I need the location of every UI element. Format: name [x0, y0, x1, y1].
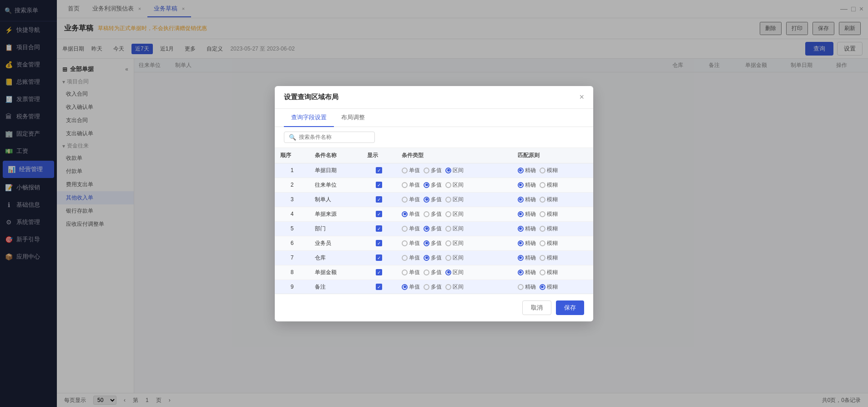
radio-match-fuzzy[interactable]: 模糊 — [540, 181, 558, 189]
cell-match: 精确模糊 — [512, 280, 593, 294]
cell-display[interactable] — [362, 192, 396, 207]
radio-match-exact[interactable]: 精确 — [518, 239, 536, 247]
radio-dot-range — [445, 270, 451, 275]
display-checkbox[interactable] — [376, 167, 382, 173]
cell-condition-type: 单值多值区间 — [396, 192, 512, 207]
radio-dot-single — [402, 211, 408, 217]
dialog-search-area: 🔍 — [275, 127, 593, 148]
radio-range[interactable]: 区间 — [445, 181, 464, 189]
radio-range[interactable]: 区间 — [445, 239, 464, 247]
display-checkbox[interactable] — [376, 182, 382, 188]
config-table-scroll: 顺序 条件名称 显示 条件类型 匹配原则 1单据日期单值多值区间精确模糊2往来单… — [275, 148, 593, 294]
radio-single[interactable]: 单值 — [402, 196, 420, 204]
radio-match-exact[interactable]: 精确 — [518, 254, 536, 262]
radio-multi[interactable]: 多值 — [424, 167, 442, 174]
radio-dot-multi — [424, 168, 429, 173]
dialog-close-button[interactable]: × — [579, 92, 584, 102]
table-row: 8单据金额单值多值区间精确模糊 — [275, 265, 593, 280]
tab-field-settings[interactable]: 查询字段设置 — [284, 109, 334, 127]
radio-match-exact[interactable]: 精确 — [518, 181, 536, 189]
radio-range[interactable]: 区间 — [445, 283, 464, 291]
cell-name: 单据来源 — [309, 207, 362, 221]
radio-match-fuzzy[interactable]: 模糊 — [540, 225, 558, 233]
display-checkbox[interactable] — [376, 254, 382, 261]
cell-order: 9 — [275, 280, 309, 294]
radio-single[interactable]: 单值 — [402, 283, 420, 291]
radio-range[interactable]: 区间 — [445, 269, 464, 276]
radio-single[interactable]: 单值 — [402, 239, 420, 247]
col-name: 条件名称 — [309, 148, 362, 163]
cell-match: 精确模糊 — [512, 163, 593, 178]
radio-multi[interactable]: 多值 — [424, 225, 442, 233]
radio-multi[interactable]: 多值 — [424, 283, 442, 291]
cell-display[interactable] — [362, 265, 396, 280]
radio-range[interactable]: 区间 — [445, 196, 464, 204]
radio-single[interactable]: 单值 — [402, 167, 420, 174]
cell-condition-type: 单值多值区间 — [396, 250, 512, 265]
search-input[interactable] — [299, 134, 367, 140]
display-checkbox[interactable] — [376, 284, 382, 290]
radio-match-exact[interactable]: 精确 — [518, 167, 536, 174]
radio-single[interactable]: 单值 — [402, 269, 420, 276]
radio-multi[interactable]: 多值 — [424, 239, 442, 247]
radio-range[interactable]: 区间 — [445, 210, 464, 218]
radio-match-exact[interactable]: 精确 — [518, 210, 536, 218]
display-checkbox[interactable] — [376, 225, 382, 232]
display-checkbox[interactable] — [376, 269, 382, 275]
radio-match-exact[interactable]: 精确 — [518, 283, 536, 291]
cell-match: 精确模糊 — [512, 236, 593, 250]
display-checkbox[interactable] — [376, 240, 382, 246]
radio-multi[interactable]: 多值 — [424, 181, 442, 189]
radio-single[interactable]: 单值 — [402, 210, 420, 218]
cell-display[interactable] — [362, 178, 396, 192]
display-checkbox[interactable] — [376, 211, 382, 217]
radio-match-dot-exact — [518, 284, 524, 290]
save-dialog-button[interactable]: 保存 — [556, 300, 584, 315]
radio-match-exact[interactable]: 精确 — [518, 225, 536, 233]
radio-match-exact[interactable]: 精确 — [518, 196, 536, 204]
config-table: 顺序 条件名称 显示 条件类型 匹配原则 1单据日期单值多值区间精确模糊2往来单… — [275, 148, 593, 294]
radio-match-exact[interactable]: 精确 — [518, 269, 536, 276]
radio-match-fuzzy[interactable]: 模糊 — [540, 269, 558, 276]
cell-display[interactable] — [362, 221, 396, 236]
radio-match-fuzzy[interactable]: 模糊 — [540, 210, 558, 218]
radio-match-fuzzy[interactable]: 模糊 — [540, 254, 558, 262]
radio-match-dot-exact — [518, 211, 524, 217]
cell-order: 7 — [275, 250, 309, 265]
radio-dot-range — [445, 211, 451, 217]
search-icon-dialog: 🔍 — [289, 134, 296, 141]
search-box[interactable]: 🔍 — [284, 132, 375, 143]
cell-condition-type: 单值多值区间 — [396, 265, 512, 280]
radio-match-fuzzy[interactable]: 模糊 — [540, 196, 558, 204]
radio-dot-multi — [424, 211, 429, 217]
cell-name: 往来单位 — [309, 178, 362, 192]
radio-single[interactable]: 单值 — [402, 225, 420, 233]
radio-range[interactable]: 区间 — [445, 225, 464, 233]
radio-single[interactable]: 单值 — [402, 181, 420, 189]
tab-layout-settings[interactable]: 布局调整 — [334, 109, 372, 127]
display-checkbox[interactable] — [376, 196, 382, 203]
radio-dot-multi — [424, 226, 429, 232]
cell-display[interactable] — [362, 250, 396, 265]
cell-display[interactable] — [362, 207, 396, 221]
radio-range[interactable]: 区间 — [445, 254, 464, 262]
cell-display[interactable] — [362, 280, 396, 294]
radio-match-fuzzy[interactable]: 模糊 — [540, 239, 558, 247]
cell-display[interactable] — [362, 236, 396, 250]
radio-multi[interactable]: 多值 — [424, 269, 442, 276]
radio-match-dot-fuzzy — [540, 211, 545, 217]
radio-match-fuzzy[interactable]: 模糊 — [540, 283, 558, 291]
radio-multi[interactable]: 多值 — [424, 210, 442, 218]
col-display: 显示 — [362, 148, 396, 163]
radio-dot-multi — [424, 182, 429, 188]
radio-range[interactable]: 区间 — [445, 167, 464, 174]
cancel-button[interactable]: 取消 — [522, 300, 551, 315]
radio-match-fuzzy[interactable]: 模糊 — [540, 167, 558, 174]
radio-multi[interactable]: 多值 — [424, 196, 442, 204]
radio-single[interactable]: 单值 — [402, 254, 420, 262]
cell-display[interactable] — [362, 163, 396, 178]
table-row: 1单据日期单值多值区间精确模糊 — [275, 163, 593, 178]
radio-multi[interactable]: 多值 — [424, 254, 442, 262]
radio-dot-range — [445, 197, 451, 203]
radio-dot-range — [445, 240, 451, 246]
